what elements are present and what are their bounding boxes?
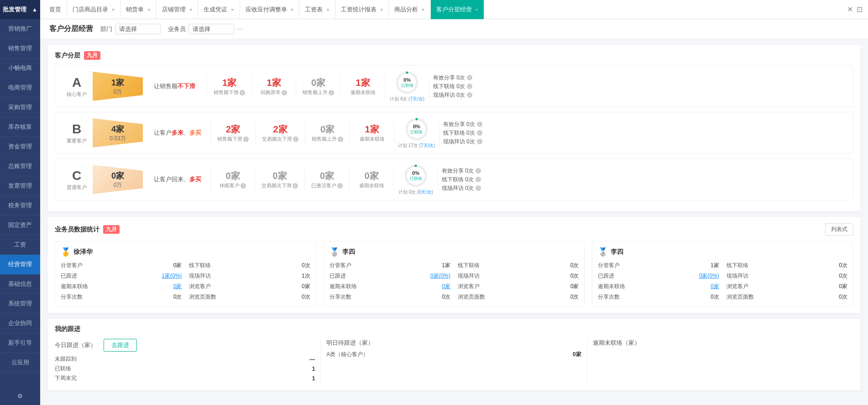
staff-stat-row: 浏览页面数 0次 [458, 293, 579, 301]
sidebar-item-经营管理[interactable]: 经营管理 [0, 255, 40, 274]
sidebar-header: 批发管理 ▲ [0, 0, 40, 19]
sidebar-item-发票管理[interactable]: 发票管理 [0, 176, 40, 196]
sidebar-item-税务管理[interactable]: 税务管理 [0, 196, 40, 216]
tier-label-A: A 核心客户 [61, 75, 93, 98]
tier-action-B: 让客户多来、多买 [148, 129, 207, 137]
customer-tier-section: 客户分层 九月 A 核心客户 1家0万让销售额不下滑 1家 销售额下滑 i 1家… [47, 45, 861, 211]
sidebar-item-资金管理[interactable]: 资金管理 [0, 137, 40, 157]
dept-select[interactable]: 请选择 [115, 24, 161, 34]
tab-label: 店铺管理 [162, 5, 186, 14]
tab-close-icon[interactable]: × [326, 7, 329, 12]
sidebar: 批发管理 ▲ 营销推广销售管理小畅电商电商管理采购管理库存核算资金管理总账管理发… [0, 0, 40, 405]
sidebar-item-工资[interactable]: 工资 [0, 235, 40, 255]
staff-stat-row: 现场拜访 1次 [189, 272, 310, 280]
followup-row: 下周未完1 [55, 374, 315, 382]
tier-divider [350, 121, 350, 144]
content-area: 客户分层 九月 A 核心客户 1家0万让销售额不下滑 1家 销售额下滑 i 1家… [40, 39, 868, 405]
sidebar-item-总账管理[interactable]: 总账管理 [0, 157, 40, 176]
sidebar-settings[interactable]: ⚙ [0, 387, 40, 405]
tab-店铺管理[interactable]: 店铺管理× [157, 0, 198, 19]
staff-stat-row: 逾期未联络 0家 [61, 283, 182, 290]
tier-metric4-A: 1家 逾期未联络 [345, 77, 381, 96]
month-badge: 九月 [84, 51, 100, 60]
list-view-button[interactable]: 列表式 [825, 223, 853, 236]
staff-stat-row: 已跟进 1家(0%) [61, 272, 182, 280]
sidebar-item-企业协同[interactable]: 企业协同 [0, 314, 40, 333]
sidebar-item-基础信息[interactable]: 基础信息 [0, 274, 40, 294]
sidebar-item-新手引导[interactable]: 新手引导 [0, 333, 40, 353]
sidebar-item-固定资产[interactable]: 固定资产 [0, 216, 40, 235]
tab-销货单[interactable]: 销货单× [120, 0, 156, 19]
tab-close-icon[interactable]: × [291, 7, 293, 12]
medal-icon: 🥈 [329, 247, 340, 257]
tier-label-C: C 普通客户 [61, 168, 93, 191]
tab-close-icon[interactable]: × [476, 7, 478, 12]
staff-stat-row: 分管客户 1家 [329, 262, 450, 269]
staff-select[interactable]: 请选择 [188, 24, 234, 34]
staff-stat-row: 浏览客户 0家 [458, 283, 579, 290]
tab-商品分析[interactable]: 商品分析× [389, 0, 430, 19]
staff-stat-row: 线下联络 0次 [189, 262, 310, 269]
tab-label: 工资统计报表 [341, 5, 376, 14]
followup-col-1: 明日待跟进（家）A类（核心客户）0家 [321, 339, 587, 384]
restore-tab-icon[interactable]: ⊡ [857, 5, 863, 14]
gear-icon: ⚙ [17, 393, 23, 400]
tier-divider [210, 168, 211, 191]
tab-工资表[interactable]: 工资表× [299, 0, 335, 19]
tab-首页[interactable]: 首页 [44, 0, 67, 19]
sidebar-expand-icon[interactable]: ▲ [32, 6, 37, 13]
tab-工资统计报表[interactable]: 工资统计报表× [335, 0, 389, 19]
tab-应收应付调整单[interactable]: 应收应付调整单× [240, 0, 299, 19]
tier-action-A: 让销售额不下滑 [148, 82, 203, 90]
tab-close-icon[interactable]: × [231, 7, 234, 12]
staff-label: 业务员 [168, 25, 186, 33]
followup-col-title: 逾期未联络（家） [593, 339, 848, 347]
sidebar-item-库存核算[interactable]: 库存核算 [0, 117, 40, 137]
staff-name-row: 🥈 李四 [329, 247, 579, 257]
tab-label: 工资表 [305, 5, 323, 14]
staff-stat-row: 浏览客户 0家 [727, 283, 847, 290]
close-tab-icon[interactable]: ✕ [847, 5, 853, 14]
tab-门店商品目录[interactable]: 门店商品目录× [67, 0, 120, 19]
tab-close-icon[interactable]: × [147, 7, 150, 12]
tier-circle-C: 0% 已联络 计划 0次 (0天/次) [397, 163, 434, 195]
sidebar-item-采购管理[interactable]: 采购管理 [0, 98, 40, 117]
tab-close-icon[interactable]: × [189, 7, 192, 12]
staff-section-title: 业务员数据统计 [55, 226, 99, 234]
staff-stats-grid: 分管客户 0家 线下联络 0次 已跟进 1家(0%) 现场拜访 1次 逾期未联络… [61, 262, 310, 301]
tier-metric1-C: 0家 休眠客户 i [214, 170, 251, 189]
tab-close-icon[interactable]: × [112, 7, 115, 12]
staff-card-2: 🥈 李四 分管客户 1家 线下联络 0次 已跟进 0家(0%) 现场拜访 0次 [592, 241, 853, 307]
tier-metric3-B: 0家 销售额上升 i [309, 123, 346, 142]
sidebar-item-销售管理[interactable]: 销售管理 [0, 39, 40, 58]
tab-close-icon[interactable]: × [380, 7, 383, 12]
sidebar-item-云应用[interactable]: 云应用 [0, 353, 40, 373]
tab-生成凭证[interactable]: 生成凭证× [198, 0, 240, 19]
sidebar-item-电商管理[interactable]: 电商管理 [0, 78, 40, 98]
filter-more-icon[interactable]: ··· [237, 25, 243, 33]
tier-right-stats-C: 有效分享 0次i线下联络 0次i现场拜访 0次i [442, 167, 492, 192]
medal-icon: 🥇 [61, 247, 71, 257]
staff-month-badge: 九月 [103, 225, 120, 234]
tab-close-icon[interactable]: × [422, 7, 424, 12]
staff-stat-row: 分享次数 0次 [61, 293, 182, 301]
tab-bar: 首页门店商品目录×销货单×店铺管理×生成凭证×应收应付调整单×工资表×工资统计报… [40, 0, 868, 19]
tier-action-C: 让客户回来、多买 [148, 175, 207, 184]
sidebar-item-营销推广[interactable]: 营销推广 [0, 19, 40, 39]
sidebar-item-系统管理[interactable]: 系统管理 [0, 294, 40, 314]
tier-metric3-A: 0家 销售额上升 i [300, 77, 337, 96]
sidebar-item-小畅电商[interactable]: 小畅电商 [0, 58, 40, 78]
followup-goto-btn[interactable]: 去跟进 [104, 339, 137, 352]
tier-divider [296, 75, 296, 98]
staff-stat-row: 浏览页面数 0次 [727, 293, 847, 301]
page-header: 客户分层经营 部门 请选择 业务员 请选择 ··· [40, 19, 868, 39]
tab-bar-controls: ✕ ⊡ [847, 5, 864, 14]
tier-metric1-A: 1家 销售额下滑 i [211, 77, 248, 96]
staff-stat-row: 浏览客户 0家 [189, 283, 310, 290]
tier-right-stats-A: 有效分享 0次i线下联络 0次i现场拜访 0次i [433, 74, 483, 99]
tab-客户分层经营[interactable]: 客户分层经营× [431, 0, 484, 19]
page-title: 客户分层经营 [49, 24, 93, 34]
tier-divider [385, 75, 385, 98]
tab-label: 应收应付调整单 [246, 5, 287, 14]
tier-row-A: A 核心客户 1家0万让销售额不下滑 1家 销售额下滑 i 1家 回购异常 i … [55, 65, 853, 107]
